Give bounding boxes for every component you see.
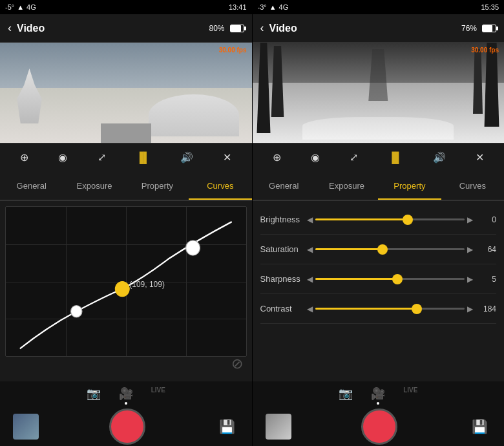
- left-share-icon[interactable]: ⊕: [20, 151, 28, 164]
- left-battery-label: 80%: [209, 24, 224, 33]
- left-chart-icon[interactable]: ▐▌: [136, 152, 151, 164]
- left-tabs[interactable]: General Exposure Property Curves: [0, 171, 252, 201]
- right-mode-icons[interactable]: 📷 🎥 LIVE: [339, 381, 417, 407]
- sharpness-thumb: [392, 274, 403, 284]
- curves-clear-button[interactable]: ⊘: [231, 356, 243, 372]
- left-status-bar: -5° ▲ 4G 13:41: [0, 0, 252, 14]
- right-vr-icon[interactable]: ◉: [311, 151, 320, 164]
- right-tabs[interactable]: General Exposure Property Curves: [253, 171, 505, 201]
- right-back-button[interactable]: ‹: [260, 21, 264, 35]
- right-chart-icon[interactable]: ▐▌: [388, 152, 403, 164]
- right-battery-icon: [482, 25, 496, 32]
- contrast-thumb: [412, 304, 422, 314]
- right-status-right: 15:35: [481, 3, 499, 11]
- left-status-left: -5° ▲ 4G: [5, 3, 36, 11]
- right-tab-general[interactable]: General: [253, 171, 315, 200]
- left-tab-general[interactable]: General: [0, 171, 63, 200]
- right-video-mode[interactable]: 🎥: [371, 387, 385, 405]
- left-volume-icon[interactable]: 🔊: [180, 151, 193, 164]
- brightness-decrease[interactable]: ◀: [307, 215, 313, 224]
- sharpness-decrease[interactable]: ◀: [307, 275, 313, 284]
- curves-panel: ↺ (109, 109): [0, 201, 252, 381]
- svg-point-3: [186, 240, 200, 255]
- right-status-bar: -3° ▲ 4G 15:35: [253, 0, 505, 14]
- left-save-icon: 💾: [219, 419, 235, 434]
- left-expand-icon[interactable]: ⤢: [98, 151, 106, 164]
- left-camera-mode[interactable]: 📷: [87, 387, 101, 405]
- right-close-icon[interactable]: ✕: [476, 151, 484, 164]
- left-controls-bar[interactable]: ⊕ ◉ ⤢ ▐▌ 🔊 ✕: [0, 143, 252, 171]
- left-camera-icon[interactable]: 📷: [87, 387, 101, 401]
- saturation-track[interactable]: [315, 248, 465, 250]
- right-thumb-image: [266, 414, 291, 440]
- right-battery-fill: [483, 25, 492, 32]
- left-status-right: 13:41: [229, 3, 247, 11]
- left-video-bg: 30.00 fps: [0, 43, 252, 143]
- left-video-mode[interactable]: 🎥: [119, 387, 133, 405]
- left-active-dot: [125, 402, 127, 405]
- right-status-left: -3° ▲ 4G: [258, 3, 289, 11]
- left-back-button[interactable]: ‹: [8, 21, 12, 35]
- left-thumb-preview[interactable]: [13, 414, 39, 440]
- left-video-icon[interactable]: 🎥: [119, 387, 133, 401]
- saturation-value: 64: [476, 245, 496, 254]
- left-signal-label: 4G: [26, 3, 36, 11]
- right-save-button[interactable]: 💾: [468, 415, 491, 438]
- left-record-button[interactable]: [109, 409, 145, 445]
- contrast-track[interactable]: [315, 308, 465, 310]
- brightness-thumb: [403, 215, 413, 225]
- left-tab-exposure[interactable]: Exposure: [63, 171, 125, 200]
- right-video-preview: 30.00 fps: [253, 43, 505, 143]
- right-tab-exposure[interactable]: Exposure: [315, 171, 378, 200]
- left-live-icon[interactable]: LIVE: [151, 387, 165, 394]
- right-camera-icon[interactable]: 📷: [339, 387, 353, 401]
- left-title-bar: ‹ Video 80%: [0, 14, 252, 43]
- svg-point-1: [115, 282, 129, 297]
- right-record-button[interactable]: [361, 409, 397, 445]
- curves-canvas[interactable]: (109, 109): [5, 206, 247, 357]
- right-expand-icon[interactable]: ⤢: [350, 151, 358, 164]
- sharpness-fill: [315, 278, 397, 280]
- contrast-decrease[interactable]: ◀: [307, 304, 313, 313]
- left-tab-property[interactable]: Property: [126, 171, 189, 200]
- brightness-track[interactable]: [315, 218, 465, 220]
- sharpness-track[interactable]: [315, 278, 465, 280]
- right-camera-mode[interactable]: 📷: [339, 387, 353, 405]
- left-vr-icon[interactable]: ◉: [58, 151, 67, 164]
- left-save-button[interactable]: 💾: [216, 415, 239, 438]
- right-title-bar: ‹ Video 76%: [253, 14, 505, 43]
- right-title: Video: [269, 23, 461, 34]
- sharpness-row: Sharpness ◀ ▶ 5: [260, 264, 497, 294]
- brightness-row: Brightness ◀ ▶ 0: [260, 205, 497, 235]
- right-phone-panel: -3° ▲ 4G 15:35 ‹ Video 76%: [253, 0, 505, 446]
- right-volume-icon[interactable]: 🔊: [433, 151, 446, 164]
- saturation-increase[interactable]: ▶: [467, 245, 473, 254]
- right-fps-badge: 30.00 fps: [471, 47, 499, 54]
- curves-svg: (109, 109): [6, 207, 246, 356]
- left-content-area: ↺ (109, 109): [0, 201, 252, 381]
- contrast-increase[interactable]: ▶: [467, 304, 473, 313]
- left-close-icon[interactable]: ✕: [223, 151, 231, 164]
- left-mode-icons[interactable]: 📷 🎥 LIVE: [87, 381, 165, 407]
- right-live-icon[interactable]: LIVE: [403, 387, 417, 394]
- left-live-mode[interactable]: LIVE: [151, 387, 165, 405]
- left-tab-curves[interactable]: Curves: [189, 171, 251, 200]
- right-tab-property[interactable]: Property: [378, 171, 441, 200]
- left-controls-row: 💾: [0, 407, 252, 446]
- right-thumb-preview[interactable]: [266, 414, 291, 440]
- right-temp: -3°: [258, 3, 267, 11]
- contrast-row: Contrast ◀ ▶ 184: [260, 294, 497, 324]
- right-controls-bar[interactable]: ⊕ ◉ ⤢ ▐▌ 🔊 ✕: [253, 143, 505, 171]
- brightness-increase[interactable]: ▶: [467, 215, 473, 224]
- saturation-decrease[interactable]: ◀: [307, 245, 313, 254]
- right-tab-curves[interactable]: Curves: [441, 171, 504, 200]
- right-live-mode[interactable]: LIVE: [403, 387, 417, 405]
- right-share-icon[interactable]: ⊕: [273, 151, 281, 164]
- right-active-dot: [377, 402, 379, 405]
- left-time: 13:41: [229, 3, 247, 11]
- left-temp: -5°: [5, 3, 14, 11]
- sharpness-increase[interactable]: ▶: [467, 275, 473, 284]
- right-bottom-bar: 📷 🎥 LIVE 💾: [253, 381, 505, 446]
- right-video-icon[interactable]: 🎥: [371, 387, 385, 401]
- contrast-value: 184: [476, 304, 496, 313]
